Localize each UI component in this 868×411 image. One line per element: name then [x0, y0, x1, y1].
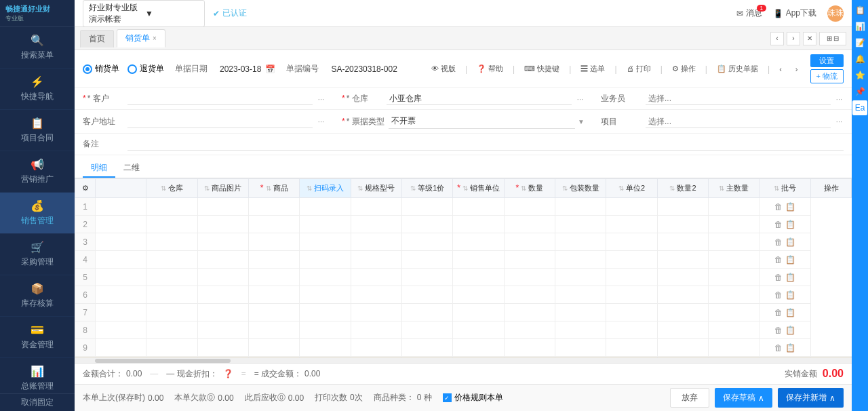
row-qty2-cell[interactable]	[606, 321, 657, 339]
row-delete-icon[interactable]: 🗑	[774, 255, 783, 265]
radio-return[interactable]: 退货单	[127, 63, 164, 75]
save-draft-button[interactable]: 保存草稿 ∧	[715, 388, 772, 408]
row-price-cell[interactable]	[351, 251, 401, 269]
row-scan-cell[interactable]	[249, 216, 300, 233]
prev-record-button[interactable]: ‹	[775, 64, 786, 75]
col-settings[interactable]: ⚙	[75, 179, 96, 198]
row-scan-cell[interactable]	[249, 198, 300, 216]
row-pack-cell[interactable]	[504, 339, 555, 357]
right-icon-4[interactable]: 🔔	[852, 52, 867, 66]
row-scan-cell[interactable]	[249, 269, 300, 286]
price-check-box[interactable]	[443, 393, 452, 402]
row-pack-cell[interactable]	[504, 233, 555, 251]
row-qty2-cell[interactable]	[606, 198, 657, 216]
row-main-qty-cell[interactable]	[657, 198, 708, 216]
address-picker-icon[interactable]: ···	[317, 116, 326, 127]
row-qty-cell[interactable]	[453, 216, 504, 233]
row-scan-cell[interactable]	[249, 304, 300, 321]
row-warehouse-cell[interactable]	[96, 339, 146, 357]
row-price-cell[interactable]	[351, 198, 401, 216]
sidebar-item-project[interactable]: 📋 项目合同	[0, 110, 75, 151]
row-qty-cell[interactable]	[453, 321, 504, 339]
sidebar-item-marketing[interactable]: 📢 营销推广	[0, 151, 75, 193]
row-copy-icon[interactable]: 📋	[785, 220, 795, 229]
row-scan-cell[interactable]	[249, 286, 300, 304]
row-main-qty-cell[interactable]	[657, 216, 708, 233]
row-image-cell[interactable]	[146, 251, 197, 269]
sidebar-item-purchase[interactable]: 🛒 采购管理	[0, 234, 75, 275]
row-warehouse-cell[interactable]	[96, 286, 146, 304]
row-pack-cell[interactable]	[504, 198, 555, 216]
row-unit2-cell[interactable]	[555, 216, 606, 233]
row-image-cell[interactable]	[146, 216, 197, 233]
message-button[interactable]: ✉ 1 消息	[736, 7, 762, 19]
sidebar-item-sales[interactable]: 💰 销售管理	[0, 193, 75, 234]
row-product-cell[interactable]	[197, 304, 248, 321]
tab-sales-order[interactable]: 销货单 ×	[117, 29, 165, 47]
row-product-cell[interactable]	[197, 339, 248, 357]
row-product-cell[interactable]	[197, 321, 248, 339]
row-price-cell[interactable]	[351, 321, 401, 339]
row-qty-cell[interactable]	[453, 198, 504, 216]
row-spec-cell[interactable]	[300, 233, 351, 251]
row-product-cell[interactable]	[197, 198, 248, 216]
row-price-cell[interactable]	[351, 304, 401, 321]
row-unit2-cell[interactable]	[555, 339, 606, 357]
row-main-qty-cell[interactable]	[657, 233, 708, 251]
abandon-button[interactable]: 放弃	[670, 388, 709, 408]
row-pack-cell[interactable]	[504, 216, 555, 233]
row-spec-cell[interactable]	[300, 286, 351, 304]
row-unit-cell[interactable]	[402, 304, 453, 321]
row-warehouse-cell[interactable]	[96, 216, 146, 233]
row-warehouse-cell[interactable]	[96, 233, 146, 251]
row-qty2-cell[interactable]	[606, 339, 657, 357]
project-input[interactable]	[646, 115, 831, 128]
row-main-qty-cell[interactable]	[657, 286, 708, 304]
row-price-cell[interactable]	[351, 233, 401, 251]
row-price-cell[interactable]	[351, 216, 401, 233]
row-delete-icon[interactable]: 🗑	[774, 202, 783, 212]
row-batch-cell[interactable]	[709, 216, 760, 233]
calendar-icon[interactable]: 📅	[265, 64, 275, 74]
row-batch-cell[interactable]	[709, 321, 760, 339]
row-delete-icon[interactable]: 🗑	[774, 343, 783, 353]
tab-2d[interactable]: 二维	[115, 159, 148, 178]
row-pack-cell[interactable]	[504, 251, 555, 269]
row-product-cell[interactable]	[197, 269, 248, 286]
row-unit2-cell[interactable]	[555, 198, 606, 216]
row-unit-cell[interactable]	[402, 233, 453, 251]
row-qty-cell[interactable]	[453, 286, 504, 304]
row-qty-cell[interactable]	[453, 339, 504, 357]
row-copy-icon[interactable]: 📋	[785, 273, 795, 282]
price-check[interactable]: 价格规则本单	[443, 392, 503, 404]
row-qty-cell[interactable]	[453, 233, 504, 251]
print-button[interactable]: 🖨 打印	[623, 62, 655, 75]
sidebar-item-finance[interactable]: 💳 资金管理	[0, 317, 75, 358]
row-spec-cell[interactable]	[300, 321, 351, 339]
row-pack-cell[interactable]	[504, 304, 555, 321]
row-unit2-cell[interactable]	[555, 269, 606, 286]
remark-input[interactable]	[127, 138, 844, 151]
number-value[interactable]: SA-20230318-002	[331, 64, 397, 74]
row-price-cell[interactable]	[351, 339, 401, 357]
next-record-button[interactable]: ›	[791, 64, 802, 75]
warehouse-input[interactable]	[387, 92, 572, 105]
row-unit2-cell[interactable]	[555, 286, 606, 304]
row-copy-icon[interactable]: 📋	[785, 290, 795, 300]
row-image-cell[interactable]	[146, 233, 197, 251]
row-main-qty-cell[interactable]	[657, 339, 708, 357]
row-warehouse-cell[interactable]	[96, 198, 146, 216]
tab-grid-view-button[interactable]: ⊞ ⊟	[819, 32, 846, 45]
row-unit-cell[interactable]	[402, 198, 453, 216]
customer-picker-icon[interactable]: ···	[317, 94, 326, 104]
row-batch-cell[interactable]	[709, 251, 760, 269]
row-unit-cell[interactable]	[402, 269, 453, 286]
right-icon-7[interactable]: Ea	[852, 100, 867, 115]
row-unit2-cell[interactable]	[555, 251, 606, 269]
row-scan-cell[interactable]	[249, 251, 300, 269]
row-unit2-cell[interactable]	[555, 233, 606, 251]
row-main-qty-cell[interactable]	[657, 269, 708, 286]
row-product-cell[interactable]	[197, 233, 248, 251]
row-qty2-cell[interactable]	[606, 233, 657, 251]
row-image-cell[interactable]	[146, 286, 197, 304]
